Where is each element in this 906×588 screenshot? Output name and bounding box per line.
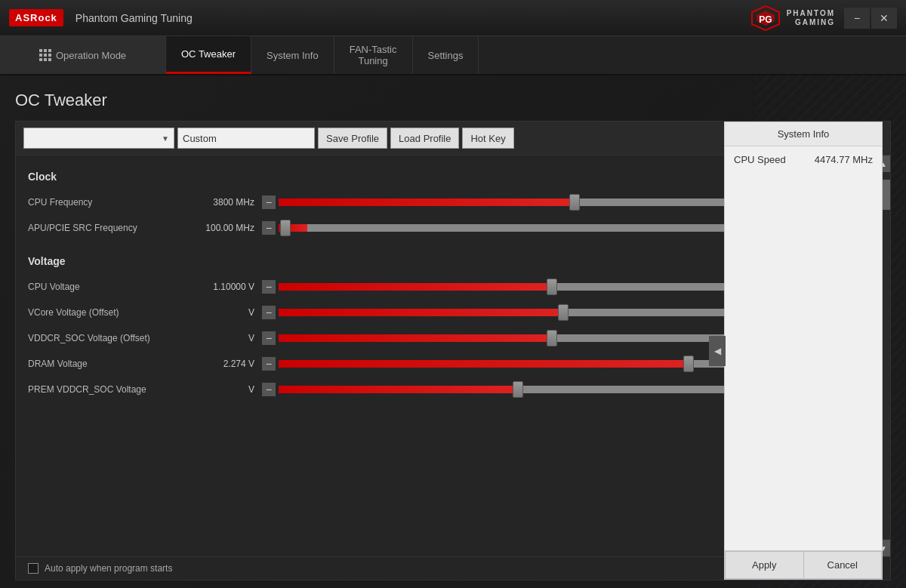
app-name: Phantom Gaming Tuning xyxy=(76,12,749,24)
navbar: Operation Mode OC Tweaker System Info FA… xyxy=(0,36,906,75)
nav-settings[interactable]: Settings xyxy=(413,36,479,74)
cpu-speed-value: 4474.77 MHz xyxy=(815,154,873,165)
brand-text: PHANTOM GAMING xyxy=(787,9,835,27)
cpu-speed-row: CPU Speed 4474.77 MHz xyxy=(725,146,882,173)
phantom-gaming-icon: PG xyxy=(749,5,782,32)
auto-apply-checkbox[interactable] xyxy=(28,563,39,574)
prem-vddcr-soc-voltage-value: V xyxy=(179,384,254,395)
nav-settings-label: Settings xyxy=(428,50,464,61)
main-content: OC Tweaker ▼ Save Profile Load Profile H… xyxy=(0,75,906,588)
vddcr-soc-voltage-value: V xyxy=(179,333,254,343)
cpu-voltage-minus-button[interactable]: − xyxy=(262,280,276,294)
cpu-voltage-label: CPU Voltage xyxy=(28,282,179,292)
asrock-logo: ASRock xyxy=(9,9,63,26)
cpu-frequency-value: 3800 MHz xyxy=(179,197,254,208)
titlebar: ASRock Phantom Gaming Tuning PG PHANTOM … xyxy=(0,0,906,36)
window-controls[interactable]: − ✕ xyxy=(844,8,897,29)
auto-apply-label: Auto apply when program starts xyxy=(45,563,172,574)
vcore-voltage-minus-button[interactable]: − xyxy=(262,306,276,319)
close-button[interactable]: ✕ xyxy=(871,8,897,29)
vcore-voltage-label: VCore Voltage (Offset) xyxy=(28,307,179,318)
nav-system-info[interactable]: System Info xyxy=(251,36,334,74)
prem-vddcr-soc-voltage-label: PREM VDDCR_SOC Voltage xyxy=(28,384,179,395)
nav-operation-mode[interactable]: Operation Mode xyxy=(0,36,166,74)
profile-dropdown[interactable]: ▼ xyxy=(23,128,174,149)
cpu-frequency-label: CPU Frequency xyxy=(28,197,179,208)
minimize-button[interactable]: − xyxy=(844,8,870,29)
vddcr-soc-voltage-label: VDDCR_SOC Voltage (Offset) xyxy=(28,333,179,343)
system-info-title: System Info xyxy=(725,122,882,146)
apu-pcie-frequency-label: APU/PCIE SRC Frequency xyxy=(28,223,179,233)
vcore-voltage-value: V xyxy=(179,307,254,318)
collapse-panel-button[interactable]: ◀ xyxy=(709,336,726,366)
nav-oc-tweaker-label: OC Tweaker xyxy=(181,48,236,60)
apply-button[interactable]: Apply xyxy=(725,551,803,579)
apu-pcie-frequency-minus-button[interactable]: − xyxy=(262,221,276,235)
profile-name-input[interactable] xyxy=(177,128,315,149)
chevron-down-icon: ▼ xyxy=(162,134,169,143)
page-title: OC Tweaker xyxy=(15,91,891,110)
system-info-actions: Apply Cancel xyxy=(725,550,882,579)
svg-text:PG: PG xyxy=(759,14,772,25)
dram-voltage-label: DRAM Voltage xyxy=(28,359,179,369)
prem-vddcr-soc-voltage-minus-button[interactable]: − xyxy=(262,383,276,396)
system-info-panel: System Info CPU Speed 4474.77 MHz Apply … xyxy=(724,122,883,580)
apu-pcie-frequency-value: 100.00 MHz xyxy=(179,223,254,233)
grid-icon xyxy=(39,49,51,61)
dram-voltage-minus-button[interactable]: − xyxy=(262,357,276,371)
cpu-frequency-minus-button[interactable]: − xyxy=(262,195,276,209)
nav-operation-mode-label: Operation Mode xyxy=(56,50,126,61)
dram-voltage-value: 2.274 V xyxy=(179,359,254,369)
phantom-gaming-brand: PG PHANTOM GAMING xyxy=(749,5,835,32)
cancel-button[interactable]: Cancel xyxy=(803,551,883,579)
nav-fan-tastic[interactable]: FAN-TasticTuning xyxy=(334,36,413,74)
nav-system-info-label: System Info xyxy=(267,50,319,61)
vddcr-soc-voltage-minus-button[interactable]: − xyxy=(262,331,276,345)
nav-oc-tweaker[interactable]: OC Tweaker xyxy=(166,36,251,74)
load-profile-button[interactable]: Load Profile xyxy=(390,128,459,149)
cpu-speed-label: CPU Speed xyxy=(734,154,786,165)
oc-panel: ▼ Save Profile Load Profile Hot Key Cloc… xyxy=(15,121,891,580)
nav-fan-tastic-label: FAN-TasticTuning xyxy=(350,44,397,66)
hot-key-button[interactable]: Hot Key xyxy=(462,128,513,149)
cpu-voltage-value: 1.10000 V xyxy=(179,282,254,292)
save-profile-button[interactable]: Save Profile xyxy=(318,128,387,149)
